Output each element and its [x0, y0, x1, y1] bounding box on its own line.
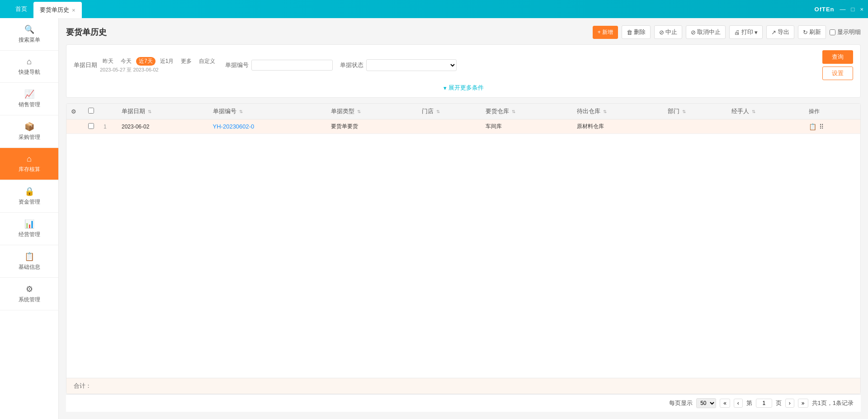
sort-billtype-icon[interactable]: ⇅: [357, 109, 361, 114]
sort-date-icon[interactable]: ⇅: [148, 109, 151, 114]
tab-home[interactable]: 首页: [9, 0, 33, 18]
date-yesterday[interactable]: 昨天: [100, 57, 116, 66]
cell-req-warehouse: 车间库: [481, 119, 572, 134]
date-more[interactable]: 更多: [178, 57, 194, 66]
sidebar: 🔍 搜索菜单 ⌂ 快捷导航 📈 销售管理 📦 采购管理 ⌂ 库存核算 🔒 资金管…: [0, 18, 59, 419]
col-handler: 经手人 ⇅: [727, 104, 804, 119]
settings-icon[interactable]: ⚙: [71, 108, 76, 115]
page-header: 要货单历史 + 新增 🗑 删除 ⊘ 中止 ⊘ 取消中止 🖨 打印: [66, 25, 861, 39]
edit-action-icon[interactable]: 📋: [809, 123, 816, 130]
first-page-btn[interactable]: «: [720, 399, 730, 408]
cell-action: 📋 ⠿: [804, 119, 860, 134]
date-range-display: 2023-05-27 至 2023-06-02: [100, 67, 218, 73]
sort-reqwh-icon[interactable]: ⇅: [512, 109, 515, 114]
bill-no-input[interactable]: [251, 60, 333, 71]
bill-no-link[interactable]: YH-20230602-0: [213, 123, 255, 130]
date-7days[interactable]: 近7天: [136, 57, 156, 66]
brand-logo: OfTEn: [815, 6, 835, 13]
sort-pendwh-icon[interactable]: ⇅: [603, 109, 607, 114]
cell-store: [417, 119, 481, 134]
next-page-btn[interactable]: ›: [785, 399, 794, 408]
more-action-icon[interactable]: ⠿: [819, 123, 824, 130]
print-button[interactable]: 🖨 打印 ▾: [729, 25, 763, 39]
sales-icon: 📈: [24, 89, 34, 99]
sidebar-item-sales-label: 销售管理: [19, 101, 40, 109]
chevron-down-icon: ▾: [443, 85, 447, 91]
action-icons: 📋 ⠿: [809, 123, 856, 130]
per-page-select[interactable]: 50: [696, 398, 716, 408]
new-button[interactable]: + 新增: [593, 26, 618, 39]
select-all-checkbox[interactable]: [88, 108, 94, 114]
date-custom[interactable]: 自定义: [196, 57, 218, 66]
settings-button[interactable]: 设置: [822, 67, 853, 80]
col-date: 单据日期 ⇅: [117, 104, 208, 119]
finance-icon: 🔒: [24, 186, 34, 196]
query-button[interactable]: 查询: [822, 50, 853, 64]
col-settings: ⚙: [66, 104, 83, 119]
filter-row: 单据日期 昨天 今天 近7天 近1月 更多 自定义 2023-05-27 至 2…: [74, 50, 853, 80]
sidebar-item-search-label: 搜索菜单: [19, 36, 40, 44]
col-bill-no: 单据编号 ⇅: [208, 104, 326, 119]
page-input[interactable]: [756, 399, 772, 408]
sort-billno-icon[interactable]: ⇅: [239, 109, 243, 114]
refresh-button[interactable]: ↻ 刷新: [798, 25, 826, 39]
print-icon: 🖨: [734, 29, 740, 36]
cell-pending-warehouse: 原材料仓库: [572, 119, 664, 134]
status-select[interactable]: [366, 59, 457, 71]
sidebar-item-search[interactable]: 🔍 搜索菜单: [0, 18, 58, 51]
sort-dept-icon[interactable]: ⇅: [682, 109, 686, 114]
sidebar-item-purchase[interactable]: 📦 采购管理: [0, 115, 58, 148]
top-bar-right: OfTEn — □ ×: [815, 6, 863, 13]
top-bar: 首页 要货单历史 × OfTEn — □ ×: [0, 0, 868, 18]
prev-page-btn[interactable]: ‹: [734, 399, 743, 408]
tab-requisition-history[interactable]: 要货单历史 ×: [33, 2, 82, 18]
stop-button[interactable]: ⊘ 中止: [654, 25, 682, 39]
sidebar-item-sales[interactable]: 📈 销售管理: [0, 83, 58, 115]
tab-close-icon[interactable]: ×: [72, 7, 75, 14]
cancel-stop-button[interactable]: ⊘ 取消中止: [686, 25, 726, 39]
window-maximize[interactable]: □: [851, 6, 855, 13]
delete-icon: 🗑: [627, 29, 632, 36]
page-title: 要货单历史: [66, 27, 593, 38]
date-today[interactable]: 今天: [118, 57, 134, 66]
cell-checkbox: [83, 119, 99, 134]
expand-more-btn[interactable]: ▾ 展开更多条件: [74, 84, 853, 92]
col-store: 门店 ⇅: [417, 104, 481, 119]
row-checkbox[interactable]: [88, 123, 94, 129]
last-page-btn[interactable]: »: [798, 399, 808, 408]
sidebar-item-basic[interactable]: 📋 基础信息: [0, 245, 58, 278]
export-button[interactable]: ↗ 导出: [766, 25, 794, 39]
status-filter: 单据状态: [340, 59, 457, 71]
show-detail-checkbox[interactable]: [830, 29, 835, 35]
delete-button[interactable]: 🗑 删除: [622, 25, 651, 39]
sort-handler-icon[interactable]: ⇅: [752, 109, 755, 114]
per-page-label: 每页显示: [669, 399, 693, 407]
sidebar-item-basic-label: 基础信息: [19, 263, 40, 271]
sort-store-icon[interactable]: ⇅: [436, 109, 440, 114]
sidebar-item-quicknav[interactable]: ⌂ 快捷导航: [0, 51, 58, 83]
window-minimize[interactable]: —: [840, 6, 846, 13]
cell-settings: [66, 119, 83, 134]
cell-department: [663, 119, 727, 134]
sidebar-item-system[interactable]: ⚙ 系统管理: [0, 278, 58, 310]
sidebar-item-inventory[interactable]: ⌂ 库存核算: [0, 148, 58, 180]
bill-no-filter: 单据编号: [225, 60, 333, 71]
purchase-icon: 📦: [24, 122, 34, 132]
table-footer: 合计：: [66, 378, 860, 394]
total-info: 共1页，1条记录: [812, 399, 854, 407]
sidebar-item-quicknav-label: 快捷导航: [19, 68, 40, 76]
date-filter-label: 单据日期: [74, 61, 97, 69]
cell-bill-no: YH-20230602-0: [208, 119, 326, 134]
data-table: ⚙ 单据日期 ⇅ 单据编号 ⇅: [66, 104, 860, 134]
tab-requisition-label: 要货单历史: [40, 6, 69, 14]
window-close[interactable]: ×: [860, 6, 863, 13]
date-1month[interactable]: 近1月: [157, 57, 177, 66]
refresh-icon: ↻: [803, 29, 808, 36]
sidebar-item-operations[interactable]: 📊 经营管理: [0, 213, 58, 245]
export-icon: ↗: [771, 29, 776, 36]
sidebar-item-inventory-label: 库存核算: [19, 166, 40, 173]
tab-home-label: 首页: [15, 5, 27, 13]
cell-date: 2023-06-02: [117, 119, 208, 134]
sidebar-item-finance[interactable]: 🔒 资金管理: [0, 180, 58, 213]
operations-icon: 📊: [24, 219, 34, 229]
